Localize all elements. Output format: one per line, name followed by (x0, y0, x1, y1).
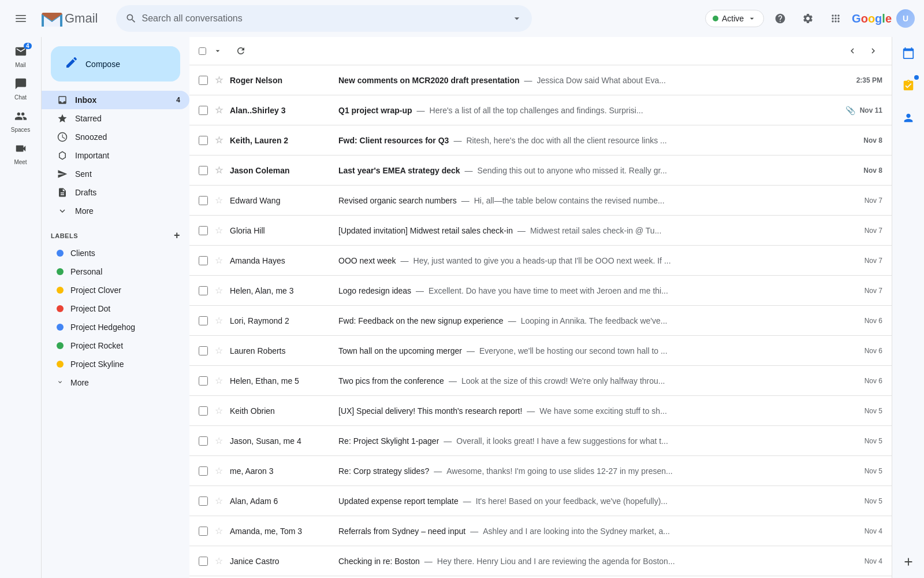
search-dropdown-icon[interactable] (511, 13, 523, 24)
star-button-10[interactable]: ☆ (215, 345, 223, 356)
sidebar-item-sent[interactable]: Sent (42, 165, 189, 183)
mini-nav-mail[interactable]: 4 Mail (2, 42, 39, 72)
star-button-11[interactable]: ☆ (215, 375, 223, 386)
sidebar-item-starred[interactable]: Starred (42, 109, 189, 128)
star-button-2[interactable]: ☆ (215, 105, 223, 116)
email-checkbox-2[interactable] (199, 106, 208, 115)
calendar-icon-button[interactable] (897, 42, 920, 65)
labels-add-button[interactable]: + (174, 229, 180, 242)
email-row[interactable]: ☆ me, Aaron 3 Re: Corp strategy slides? … (189, 456, 892, 486)
star-button-3[interactable]: ☆ (215, 135, 223, 146)
email-checkbox-17[interactable] (199, 557, 208, 566)
label-text-project-dot: Project Dot (70, 304, 110, 313)
email-checkbox-15[interactable] (199, 497, 208, 506)
sidebar-item-drafts[interactable]: Drafts (42, 183, 189, 202)
user-avatar[interactable]: U (896, 9, 915, 28)
gmail-logo: Gmail (42, 10, 98, 27)
email-row[interactable]: ☆ Alan, Adam 6 Updated expense report te… (189, 486, 892, 516)
star-button-16[interactable]: ☆ (215, 525, 223, 536)
star-button-7[interactable]: ☆ (215, 255, 223, 266)
email-checkbox-9[interactable] (199, 316, 208, 325)
search-bar (116, 5, 532, 32)
star-button-17[interactable]: ☆ (215, 555, 223, 566)
prev-page-button[interactable] (843, 42, 862, 60)
sidebar-item-more1[interactable]: More (42, 202, 189, 220)
sidebar-label-personal[interactable]: Personal (42, 262, 189, 281)
email-row[interactable]: ☆ Gloria Hill [Updated invitation] Midwe… (189, 216, 892, 246)
sidebar-item-inbox[interactable]: Inbox 4 (42, 91, 189, 109)
star-button-5[interactable]: ☆ (215, 195, 223, 206)
email-row[interactable]: ☆ Lori, Raymond 2 Fwd: Feedback on the n… (189, 306, 892, 336)
email-checkbox-8[interactable] (199, 286, 208, 295)
email-checkbox-6[interactable] (199, 226, 208, 235)
email-row[interactable]: ☆ Helen, Ethan, me 5 Two pics from the c… (189, 366, 892, 396)
star-button-1[interactable]: ☆ (215, 75, 223, 86)
hamburger-button[interactable] (9, 7, 32, 30)
email-row[interactable]: ☆ Alan..Shirley 3 Q1 project wrap-up — H… (189, 95, 892, 125)
email-checkbox-12[interactable] (199, 406, 208, 416)
apps-button[interactable] (824, 7, 847, 30)
mini-nav-chat[interactable]: Chat (2, 74, 39, 104)
sidebar-item-important[interactable]: Important (42, 146, 189, 165)
email-sender-8: Helen, Alan, me 3 (230, 286, 334, 295)
email-checkbox-14[interactable] (199, 466, 208, 476)
star-button-13[interactable]: ☆ (215, 435, 223, 446)
next-page-button[interactable] (864, 42, 882, 60)
compose-button[interactable]: Compose (51, 46, 180, 81)
sidebar-label-clients[interactable]: Clients (42, 244, 189, 262)
starred-label: Starred (75, 114, 102, 123)
email-sender-12: Keith Obrien (230, 406, 334, 416)
email-checkbox-3[interactable] (199, 136, 208, 145)
sidebar-item-snoozed[interactable]: Snoozed (42, 128, 189, 146)
email-row[interactable]: ☆ Edward Wang Revised organic search num… (189, 186, 892, 216)
email-row[interactable]: ☆ Jason, Susan, me 4 Re: Project Skyligh… (189, 426, 892, 456)
email-row[interactable]: ☆ Keith Obrien [UX] Special delivery! Th… (189, 396, 892, 426)
email-sender-6: Gloria Hill (230, 226, 334, 235)
email-checkbox-16[interactable] (199, 527, 208, 536)
contacts-icon-button[interactable] (897, 106, 920, 129)
star-button-9[interactable]: ☆ (215, 315, 223, 326)
email-row[interactable]: ☆ Amanda Hayes OOO next week — Hey, just… (189, 246, 892, 276)
email-row[interactable]: ☆ Jason Coleman Last year's EMEA strateg… (189, 155, 892, 186)
star-button-4[interactable]: ☆ (215, 165, 223, 176)
email-row[interactable]: ☆ Helen, Alan, me 3 Logo redesign ideas … (189, 276, 892, 306)
google-logo: Google (852, 12, 892, 25)
star-button-8[interactable]: ☆ (215, 285, 223, 296)
search-input[interactable] (141, 13, 506, 24)
sidebar-label-more2[interactable]: More (42, 373, 189, 392)
email-body-15: Updated expense report template — It's h… (338, 497, 860, 506)
refresh-button[interactable] (232, 42, 250, 60)
email-checkbox-10[interactable] (199, 346, 208, 355)
email-checkbox-13[interactable] (199, 436, 208, 446)
sidebar-label-project-hedgehog[interactable]: Project Hedgehog (42, 318, 189, 336)
email-row[interactable]: ☆ Keith, Lauren 2 Fwd: Client resources … (189, 125, 892, 155)
email-row[interactable]: ☆ Janice Castro Checking in re: Boston —… (189, 546, 892, 576)
star-button-14[interactable]: ☆ (215, 465, 223, 476)
settings-button[interactable] (796, 7, 819, 30)
sidebar-label-project-skyline[interactable]: Project Skyline (42, 355, 189, 373)
email-checkbox-5[interactable] (199, 196, 208, 205)
sidebar-label-project-dot[interactable]: Project Dot (42, 299, 189, 318)
email-checkbox-4[interactable] (199, 166, 208, 175)
star-button-12[interactable]: ☆ (215, 405, 223, 416)
mini-nav-meet[interactable]: Meet (2, 139, 39, 169)
email-checkbox-11[interactable] (199, 376, 208, 386)
active-label: Active (722, 14, 744, 23)
star-button-15[interactable]: ☆ (215, 495, 223, 506)
help-button[interactable] (769, 7, 792, 30)
email-checkbox-7[interactable] (199, 256, 208, 265)
sidebar-label-project-clover[interactable]: Project Clover (42, 281, 189, 299)
select-dropdown-button[interactable] (208, 42, 227, 60)
sidebar-label-project-rocket[interactable]: Project Rocket (42, 336, 189, 355)
email-subject-8: Logo redesign ideas (338, 286, 411, 295)
mini-nav-spaces[interactable]: Spaces (2, 106, 39, 136)
star-button-6[interactable]: ☆ (215, 225, 223, 236)
active-status-button[interactable]: Active (705, 10, 764, 27)
tasks-icon-button[interactable] (897, 74, 920, 97)
email-row[interactable]: ☆ Lauren Roberts Town hall on the upcomi… (189, 336, 892, 366)
email-row[interactable]: ☆ Amanda, me, Tom 3 Referrals from Sydne… (189, 516, 892, 546)
add-sidebar-button[interactable] (897, 550, 920, 573)
select-all-checkbox[interactable] (199, 47, 206, 55)
email-row[interactable]: ☆ Roger Nelson New comments on MCR2020 d… (189, 65, 892, 95)
email-checkbox-1[interactable] (199, 76, 208, 85)
